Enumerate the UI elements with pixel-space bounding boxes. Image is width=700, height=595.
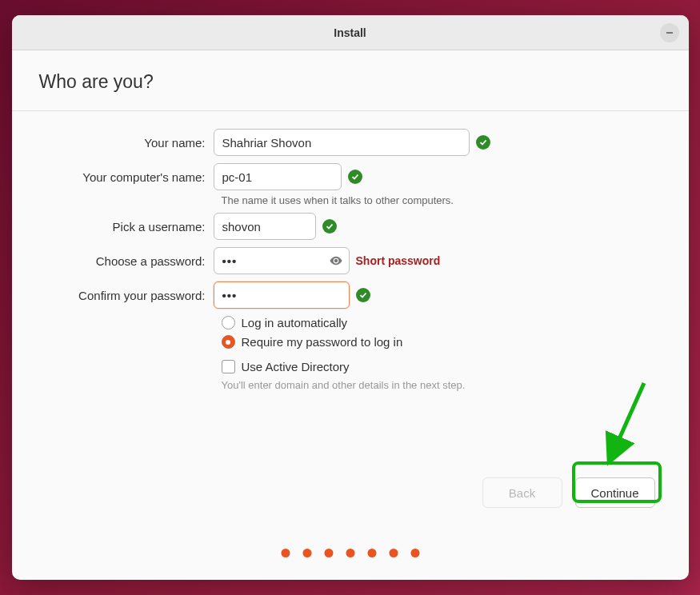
back-button[interactable]: Back bbox=[482, 477, 562, 508]
computer-name-hint: The name it uses when it talks to other … bbox=[222, 194, 662, 206]
progress-dot bbox=[410, 549, 419, 557]
login-options: Log in automatically Require my password… bbox=[222, 316, 662, 391]
row-confirm-password: Confirm your password: bbox=[39, 282, 662, 309]
progress-dot bbox=[324, 549, 333, 557]
checkbox-label: Use Active Directory bbox=[242, 360, 350, 373]
minimize-button[interactable] bbox=[660, 23, 679, 42]
label-username: Pick a username: bbox=[39, 220, 214, 234]
progress-dot bbox=[367, 549, 376, 557]
minimize-icon bbox=[666, 29, 674, 37]
radio-label: Require my password to log in bbox=[242, 335, 403, 349]
progress-dot bbox=[389, 549, 398, 557]
label-confirm-password: Confirm your password: bbox=[39, 289, 214, 302]
active-directory-hint: You'll enter domain and other details in… bbox=[222, 379, 662, 391]
check-icon bbox=[356, 288, 370, 302]
radio-auto-login[interactable]: Log in automatically bbox=[222, 316, 662, 329]
progress-dot bbox=[302, 549, 311, 557]
continue-button-label: Continue bbox=[590, 486, 638, 500]
back-button-label: Back bbox=[509, 486, 535, 500]
installer-window: Install Who are you? Your name: Your com… bbox=[12, 15, 689, 580]
row-username: Pick a username: bbox=[39, 213, 662, 240]
password-strength: Short password bbox=[356, 254, 441, 267]
radio-label: Log in automatically bbox=[242, 316, 348, 329]
checkbox-active-directory[interactable]: Use Active Directory bbox=[222, 360, 662, 373]
row-computer-name: Your computer's name: bbox=[39, 163, 662, 190]
check-icon bbox=[476, 135, 490, 150]
radio-icon bbox=[222, 335, 235, 349]
continue-button[interactable]: Continue bbox=[575, 477, 655, 508]
titlebar: Install bbox=[12, 15, 689, 50]
confirm-password-input[interactable] bbox=[214, 282, 350, 309]
name-input[interactable] bbox=[214, 129, 470, 156]
checkbox-icon bbox=[222, 360, 235, 373]
username-input[interactable] bbox=[214, 213, 316, 240]
progress-dot bbox=[346, 549, 354, 557]
form-area: Your name: Your computer's name: The nam… bbox=[12, 111, 689, 580]
computer-name-input[interactable] bbox=[214, 163, 342, 190]
button-row: Back Continue bbox=[449, 477, 689, 508]
check-icon bbox=[322, 219, 337, 234]
progress-dots bbox=[281, 549, 419, 557]
label-name: Your name: bbox=[39, 136, 214, 150]
row-password: Choose a password: Short password bbox=[39, 247, 662, 274]
radio-icon bbox=[222, 316, 235, 329]
radio-require-password[interactable]: Require my password to log in bbox=[222, 335, 662, 349]
page-heading: Who are you? bbox=[12, 50, 689, 110]
label-computer-name: Your computer's name: bbox=[39, 170, 214, 184]
check-icon bbox=[348, 170, 362, 184]
eye-icon[interactable] bbox=[329, 254, 343, 268]
window-title: Install bbox=[334, 26, 366, 39]
row-name: Your name: bbox=[39, 129, 662, 156]
label-password: Choose a password: bbox=[39, 254, 214, 268]
progress-dot bbox=[281, 549, 290, 557]
